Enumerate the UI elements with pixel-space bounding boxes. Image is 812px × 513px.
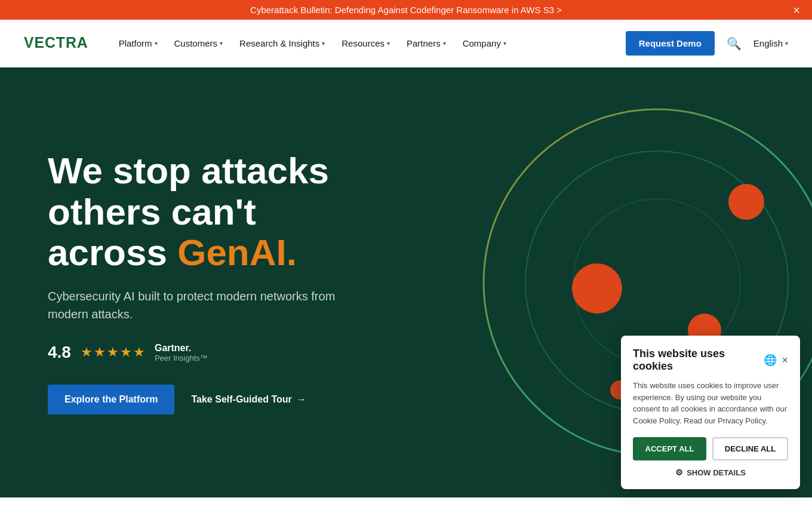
- chevron-down-icon: ▾: [220, 40, 223, 47]
- rating-number: 4.8: [48, 343, 71, 362]
- chevron-down-icon: ▾: [503, 40, 506, 47]
- cookie-header-icons: 🌐 ×: [764, 354, 788, 367]
- gartner-logo: Gartner. Peer Insights™: [155, 342, 208, 363]
- star-2: ★: [94, 345, 106, 360]
- globe-icon: 🌐: [764, 354, 777, 367]
- show-details-button[interactable]: ⚙ SHOW DETAILS: [633, 468, 788, 477]
- cookie-body-text: This website uses cookies to improve use…: [633, 380, 788, 426]
- language-label: English: [753, 38, 783, 48]
- hero-content: We stop attacks others can't across GenA…: [0, 103, 406, 462]
- announcement-banner: Cyberattack Bulletin: Defending Against …: [0, 0, 812, 20]
- chevron-down-icon: ▾: [155, 40, 158, 47]
- cookie-close-button[interactable]: ×: [782, 354, 788, 367]
- nav-item-customers[interactable]: Customers ▾: [167, 33, 230, 53]
- nav-links: Platform ▾ Customers ▾ Research & Insigh…: [112, 33, 626, 53]
- rating-row: 4.8 ★ ★ ★ ★ ★ Gartner. Peer Insights™: [48, 342, 358, 363]
- svg-text:VECTRA: VECTRA: [24, 33, 88, 50]
- cta-row: Explore the Platform Take Self-Guided To…: [48, 385, 358, 414]
- chevron-down-icon: ▾: [387, 40, 390, 47]
- search-button[interactable]: 🔍: [724, 34, 744, 53]
- svg-point-4: [728, 184, 764, 220]
- star-4: ★: [120, 345, 132, 360]
- nav-item-company[interactable]: Company ▾: [456, 33, 513, 53]
- language-selector[interactable]: English ▾: [753, 38, 788, 48]
- gear-icon: ⚙: [675, 468, 683, 477]
- banner-text[interactable]: Cyberattack Bulletin: Defending Against …: [250, 5, 562, 15]
- chevron-down-icon: ▾: [443, 40, 446, 47]
- banner-close-button[interactable]: ×: [793, 4, 800, 16]
- arrow-icon: →: [297, 394, 306, 405]
- nav-item-partners[interactable]: Partners ▾: [399, 33, 453, 53]
- chevron-down-icon: ▾: [785, 40, 788, 47]
- cookie-banner: This website uses cookies 🌐 × This websi…: [621, 336, 800, 489]
- nav-item-platform[interactable]: Platform ▾: [112, 33, 165, 53]
- star-rating: ★ ★ ★ ★ ★: [81, 345, 145, 360]
- decline-all-button[interactable]: DECLINE ALL: [712, 437, 788, 460]
- hero-heading: We stop attacks others can't across GenA…: [48, 150, 358, 273]
- explore-platform-button[interactable]: Explore the Platform: [48, 385, 174, 414]
- chevron-down-icon: ▾: [322, 40, 325, 47]
- star-1: ★: [81, 345, 93, 360]
- navbar: VECTRA Platform ▾ Customers ▾ Research &…: [0, 20, 812, 67]
- star-3: ★: [107, 345, 119, 360]
- cookie-action-buttons: ACCEPT ALL DECLINE ALL: [633, 437, 788, 460]
- cookie-title: This website uses cookies: [633, 348, 764, 373]
- nav-item-research[interactable]: Research & Insights ▾: [232, 33, 332, 53]
- request-demo-button[interactable]: Request Demo: [626, 31, 715, 56]
- star-5: ★: [133, 345, 145, 360]
- nav-right: Request Demo 🔍 English ▾: [626, 31, 788, 56]
- self-guided-tour-button[interactable]: Take Self-Guided Tour →: [191, 394, 306, 405]
- nav-item-resources[interactable]: Resources ▾: [334, 33, 397, 53]
- svg-point-5: [572, 263, 622, 314]
- accept-all-button[interactable]: ACCEPT ALL: [633, 437, 706, 460]
- cookie-header: This website uses cookies 🌐 ×: [633, 348, 788, 373]
- search-icon: 🔍: [727, 37, 742, 50]
- hero-subtext: Cybersecurity AI built to protect modern…: [48, 287, 358, 323]
- logo[interactable]: VECTRA: [24, 33, 88, 54]
